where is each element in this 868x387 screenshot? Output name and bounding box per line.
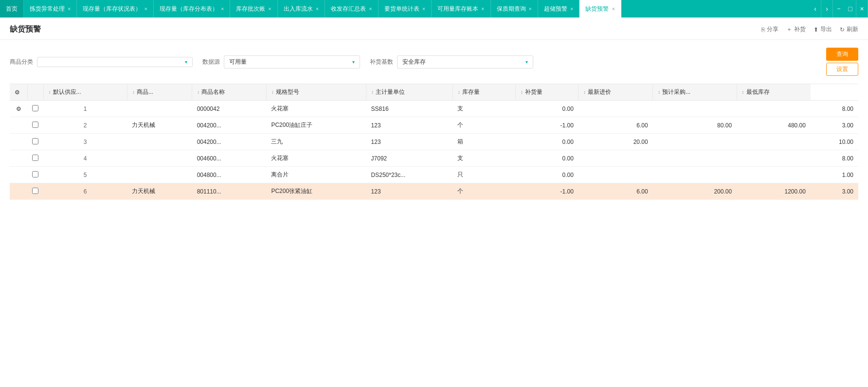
- header-actions: ⎘ 分享 ＋ 补货 ⬆ 导出 ↻ 刷新: [761, 25, 858, 34]
- tab-available-ledger[interactable]: 可用量库存账本×: [432, 0, 490, 18]
- name-cell-4: 离合片: [266, 167, 366, 183]
- sort-icon-unit: ↕: [371, 89, 374, 95]
- row-checkbox-3[interactable]: [27, 150, 43, 167]
- tab-overstock[interactable]: 超储预警×: [538, 0, 579, 18]
- latest-price-cell-3: [653, 150, 737, 167]
- category-chevron-icon: ▾: [185, 59, 187, 65]
- col-header-min-stock[interactable]: ↕最低库存: [737, 84, 811, 101]
- tab-close-abnormal[interactable]: ×: [68, 6, 71, 12]
- tab-close-shortage[interactable]: ×: [612, 6, 615, 12]
- checkbox-input-0[interactable]: [32, 105, 38, 111]
- tab-in-out-flow[interactable]: 出入库流水×: [278, 0, 325, 18]
- query-button[interactable]: 查询: [826, 48, 858, 61]
- tab-nav-prev[interactable]: ‹: [810, 0, 821, 18]
- tab-nav-next[interactable]: ›: [821, 0, 833, 18]
- col-header-unit[interactable]: ↕主计量单位: [366, 84, 453, 101]
- supplier-cell-2: [127, 134, 192, 150]
- table-row[interactable]: 2力天机械004200...PC200油缸庄子123个-1.006.0080.0…: [10, 117, 858, 134]
- spec-cell-3: J7092: [366, 150, 453, 167]
- row-checkbox-0[interactable]: [27, 101, 43, 117]
- tab-close-batch-account[interactable]: ×: [268, 6, 271, 12]
- sort-icon-latest-price: ↕: [583, 89, 586, 95]
- col-header-stock[interactable]: ↕库存量: [452, 84, 515, 101]
- col-header-replenish[interactable]: ↕补货量: [516, 84, 579, 101]
- unit-cell-3: 支: [452, 150, 515, 167]
- row-checkbox-4[interactable]: [27, 167, 43, 183]
- tab-shortage[interactable]: 缺货预警×: [579, 0, 621, 18]
- replenish-base-label: 补货基数: [370, 58, 393, 66]
- col-header-latest-price[interactable]: ↕最新进价: [579, 84, 653, 101]
- checkbox-input-4[interactable]: [32, 171, 38, 177]
- settings-cell-0[interactable]: ⚙: [10, 101, 27, 117]
- tab-label-expiry-query: 保质期查询: [497, 5, 526, 13]
- tab-demand-stats[interactable]: 要货单统计表×: [379, 0, 432, 18]
- tab-close-overstock[interactable]: ×: [570, 6, 573, 12]
- tab-expiry-query[interactable]: 保质期查询×: [491, 0, 538, 18]
- sort-icon-product-code: ↕: [132, 89, 135, 95]
- col-header-spec[interactable]: ↕规格型号: [266, 84, 366, 101]
- tab-home[interactable]: 首页: [0, 0, 24, 18]
- replenish-cell-3: [579, 150, 653, 167]
- checkbox-input-5[interactable]: [32, 188, 38, 194]
- settings-button[interactable]: 设置: [826, 63, 858, 76]
- tab-close-expiry-query[interactable]: ×: [529, 6, 532, 12]
- tab-label-batch-account: 库存批次账: [236, 5, 265, 13]
- tab-stock-status[interactable]: 现存量（库存状况表）×: [77, 0, 153, 18]
- col-header-supplier[interactable]: ↕默认供应...: [43, 84, 127, 101]
- checkbox-input-3[interactable]: [32, 155, 38, 161]
- latest-price-cell-2: [653, 134, 737, 150]
- col-header-product-name[interactable]: ↕商品名称: [192, 84, 267, 101]
- export-icon: ⬆: [814, 26, 818, 33]
- share-icon: ⎘: [761, 26, 765, 33]
- tab-close-stock-dist[interactable]: ×: [221, 6, 224, 12]
- name-cell-0: 火花塞: [266, 101, 366, 117]
- refresh-button[interactable]: ↻ 刷新: [840, 25, 858, 34]
- data-table: ⚙↕默认供应...↕商品...↕商品名称↕规格型号↕主计量单位↕库存量↕补货量↕…: [10, 84, 858, 200]
- settings-cell-4: [10, 167, 27, 183]
- table-row[interactable]: 5004800...离合片DS250*23c...只0.001.00: [10, 167, 858, 183]
- datasource-filter-group: 数据源 可用量 ▾: [202, 55, 360, 69]
- datasource-select[interactable]: 可用量 ▾: [224, 55, 360, 69]
- tab-batch-account[interactable]: 库存批次账×: [230, 0, 277, 18]
- unit-cell-0: 支: [452, 101, 515, 117]
- row-checkbox-5[interactable]: [27, 183, 43, 200]
- table-row[interactable]: ⚙10000042火花塞SS816支0.008.00: [10, 101, 858, 117]
- tab-close-in-out-flow[interactable]: ×: [316, 6, 319, 12]
- replenish-button[interactable]: ＋ 补货: [786, 25, 806, 34]
- replenish-base-select[interactable]: 安全库存 ▾: [397, 55, 533, 69]
- min-stock-cell-5: 3.00: [811, 183, 858, 200]
- table-row[interactable]: 6力天机械801110...PC200张紧油缸123个-1.006.00200.…: [10, 183, 858, 200]
- checkbox-input-2[interactable]: [32, 138, 38, 144]
- row-checkbox-1[interactable]: [27, 117, 43, 134]
- tab-label-demand-stats: 要货单统计表: [384, 5, 419, 13]
- replenish-base-chevron-icon: ▾: [525, 59, 528, 65]
- window-restore[interactable]: □: [845, 0, 856, 18]
- category-select[interactable]: ▾: [37, 57, 193, 67]
- spec-cell-0: SS816: [366, 101, 453, 117]
- tab-close-available-ledger[interactable]: ×: [481, 6, 484, 12]
- tab-close-receive-summary[interactable]: ×: [369, 6, 372, 12]
- col-header-product-code[interactable]: ↕商品...: [127, 84, 192, 101]
- col-header-est-purchase[interactable]: ↕预计采购...: [653, 84, 737, 101]
- refresh-icon: ↻: [840, 26, 845, 33]
- table-row[interactable]: 3004200...三九123箱0.0020.0010.00: [10, 134, 858, 150]
- table-row[interactable]: 4004600...火花塞J7092支0.008.00: [10, 150, 858, 167]
- tab-close-stock-status[interactable]: ×: [144, 6, 147, 12]
- tab-receive-summary[interactable]: 收发存汇总表×: [325, 0, 378, 18]
- share-button[interactable]: ⎘ 分享: [761, 25, 778, 34]
- tab-label-abnormal: 拣货异常处理: [30, 5, 65, 13]
- tab-abnormal[interactable]: 拣货异常处理×: [24, 0, 77, 18]
- est-purchase-cell-4: [737, 167, 811, 183]
- tab-close-demand-stats[interactable]: ×: [422, 6, 425, 12]
- row-checkbox-2[interactable]: [27, 134, 43, 150]
- category-label: 商品分类: [10, 58, 33, 66]
- col-label-latest-price: 最新进价: [588, 88, 611, 95]
- window-close[interactable]: ×: [856, 0, 868, 18]
- window-minimize[interactable]: －: [833, 0, 845, 18]
- checkbox-input-1[interactable]: [32, 122, 38, 128]
- replenish-cell-5: 6.00: [579, 183, 653, 200]
- tab-stock-dist[interactable]: 现存量（库存分布表）×: [154, 0, 230, 18]
- export-button[interactable]: ⬆ 导出: [814, 25, 832, 34]
- col-label-est-purchase: 预计采购...: [662, 88, 690, 95]
- category-filter-group: 商品分类 ▾: [10, 57, 193, 67]
